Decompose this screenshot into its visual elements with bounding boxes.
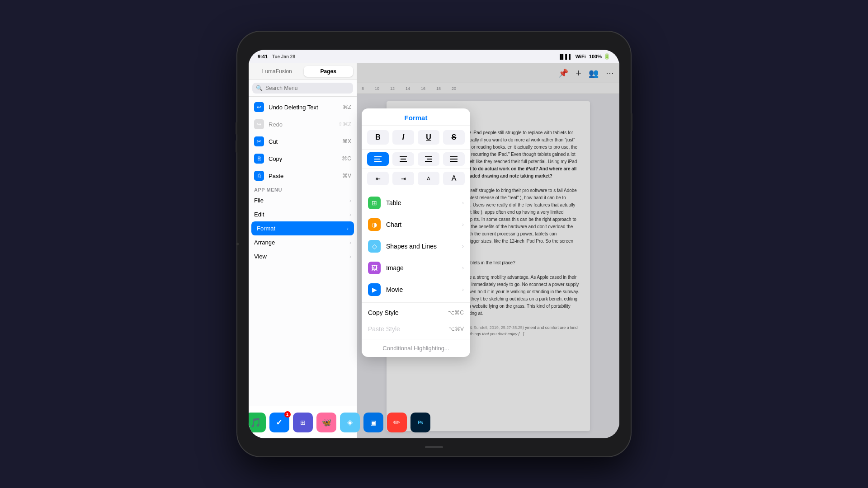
paste-style-shortcut: ⌥⌘V — [448, 326, 464, 332]
image-chevron: › — [462, 265, 464, 271]
align-center-button[interactable] — [392, 152, 414, 166]
chart-label: Chart — [386, 221, 457, 228]
arrange-label: Arrange — [254, 239, 345, 246]
dock-app-tasks[interactable]: ✓ 1 — [269, 413, 289, 432]
indent-increase-button[interactable]: ⇥ — [392, 172, 414, 185]
search-input[interactable] — [265, 85, 349, 91]
status-bar: 9:41 Tue Jan 28 ▐▌▌▌ WiFi 100% 🔋 — [249, 50, 619, 63]
battery-icon: 🔋 — [604, 53, 610, 60]
svg-rect-1 — [374, 159, 380, 160]
italic-button[interactable]: I — [392, 130, 414, 145]
spotify-icon: 🎵 — [250, 417, 261, 428]
paste-style-label: Paste Style — [368, 325, 443, 333]
menu-item-format[interactable]: Format › — [251, 221, 354, 235]
font-larger-button[interactable]: A — [443, 172, 465, 185]
menu-item-edit[interactable]: Edit › — [249, 207, 357, 221]
dock-app-spotify[interactable]: 🎵 — [249, 413, 266, 432]
arrange-chevron: › — [349, 239, 351, 246]
image-label: Image — [386, 264, 457, 272]
copy-style-item[interactable]: Copy Style ⌥⌘C — [362, 305, 470, 321]
copy-style-shortcut: ⌥⌘C — [448, 310, 464, 316]
format-chart-item[interactable]: ◑ Chart › — [362, 214, 470, 235]
conditional-highlighting[interactable]: Conditional Highlighting... — [362, 339, 470, 357]
svg-rect-4 — [401, 159, 406, 160]
movie-chevron: › — [462, 286, 464, 293]
movie-label: Movie — [386, 286, 457, 293]
power-button[interactable] — [631, 113, 632, 131]
undo-shortcut: ⌘Z — [343, 104, 351, 110]
format-image-item[interactable]: 🖼 Image › — [362, 257, 470, 279]
dock-app-overflow[interactable]: ⊞ — [293, 413, 313, 432]
dock-app-photoshop[interactable]: Ps — [410, 413, 430, 432]
paste-style-item[interactable]: Paste Style ⌥⌘V — [362, 321, 470, 337]
left-panel: LumaFusion Pages 🔍 ↩ Undo Deleting Text — [249, 63, 357, 438]
wifi-icon: WiFi — [576, 54, 586, 59]
svg-rect-6 — [425, 156, 432, 157]
app-menu-header: APP MENU — [249, 184, 357, 193]
signal-icon: ▐▌▌▌ — [558, 54, 572, 59]
undo-icon: ↩ — [254, 102, 264, 112]
paste-label: Paste — [269, 173, 338, 179]
format-divider — [362, 302, 470, 303]
tab-switcher: LumaFusion Pages — [249, 63, 357, 80]
bold-button[interactable]: B — [367, 130, 389, 145]
svg-rect-7 — [427, 159, 432, 160]
dock-app-keynote[interactable]: ▣ — [363, 413, 383, 432]
table-label: Table — [386, 199, 457, 206]
format-table-item[interactable]: ⊞ Table › — [362, 192, 470, 214]
tab-lumafusion[interactable]: LumaFusion — [252, 66, 302, 77]
search-icon: 🔍 — [256, 85, 263, 91]
indent-decrease-button[interactable]: ⇤ — [367, 172, 389, 185]
underline-button[interactable]: U — [418, 130, 439, 145]
tab-pages[interactable]: Pages — [304, 66, 354, 77]
format-align-buttons — [362, 150, 470, 169]
menu-item-paste[interactable]: ⎙ Paste ⌘V — [249, 167, 357, 184]
ipad-frame: 9:41 Tue Jan 28 ▐▌▌▌ WiFi 100% 🔋 LumaFus… — [237, 32, 631, 456]
search-box: 🔍 — [252, 83, 353, 94]
copy-label: Copy — [269, 155, 337, 162]
shapes-label: Shapes and Lines — [386, 243, 457, 250]
dock-app-pockity[interactable]: 🦋 — [316, 413, 336, 432]
battery-display: 100% — [589, 54, 602, 59]
font-smaller-button[interactable]: A — [418, 172, 439, 185]
menu-item-cut[interactable]: ✂ Cut ⌘X — [249, 133, 357, 150]
keynote-icon: ▣ — [370, 419, 376, 426]
table-chevron: › — [462, 200, 464, 206]
volume-up-button[interactable] — [236, 122, 237, 135]
align-right-button[interactable] — [418, 152, 439, 166]
svg-rect-11 — [450, 161, 458, 162]
cut-label: Cut — [269, 138, 338, 145]
copy-shortcut: ⌘C — [342, 155, 351, 162]
menu-item-undo[interactable]: ↩ Undo Deleting Text ⌘Z — [249, 99, 357, 116]
dock-app-screens[interactable]: ◈ — [340, 413, 360, 432]
home-indicator[interactable] — [425, 446, 443, 448]
format-indent-row: ⇤ ⇥ A A — [362, 169, 470, 190]
format-shapes-item[interactable]: ◇ Shapes and Lines › — [362, 235, 470, 257]
tasks-icon: ✓ — [276, 418, 283, 427]
align-left-button[interactable] — [367, 152, 389, 166]
strikethrough-button[interactable]: S — [443, 130, 465, 145]
menu-item-copy[interactable]: ⎘ Copy ⌘C — [249, 150, 357, 167]
ipad-screen: 9:41 Tue Jan 28 ▐▌▌▌ WiFi 100% 🔋 LumaFus… — [249, 50, 619, 438]
svg-rect-2 — [374, 161, 382, 162]
paste-shortcut: ⌘V — [342, 173, 351, 179]
dock-app-pencil[interactable]: ✏ — [387, 413, 407, 432]
menu-item-redo[interactable]: ↪ Redo ⇧⌘Z — [249, 116, 357, 133]
cut-icon: ✂ — [254, 136, 264, 146]
status-time: 9:41 Tue Jan 28 — [258, 54, 295, 59]
format-movie-item[interactable]: ▶ Movie › — [362, 279, 470, 300]
volume-down-button[interactable] — [236, 140, 237, 153]
time-display: 9:41 — [258, 54, 268, 59]
menu-item-arrange[interactable]: Arrange › — [249, 235, 357, 249]
front-camera — [236, 243, 239, 245]
pockity-icon: 🦋 — [321, 418, 331, 427]
undo-label: Undo Deleting Text — [269, 104, 338, 111]
menu-item-view[interactable]: View › — [249, 249, 357, 263]
menu-item-file[interactable]: File › — [249, 193, 357, 207]
svg-rect-5 — [400, 161, 407, 162]
menu-list: ↩ Undo Deleting Text ⌘Z ↪ Redo ⇧⌘Z ✂ Cut — [249, 97, 357, 438]
pencil-icon: ✏ — [393, 418, 400, 427]
align-justify-button[interactable] — [443, 152, 465, 166]
format-text-buttons: B I U S — [362, 126, 470, 150]
table-icon: ⊞ — [368, 197, 381, 209]
